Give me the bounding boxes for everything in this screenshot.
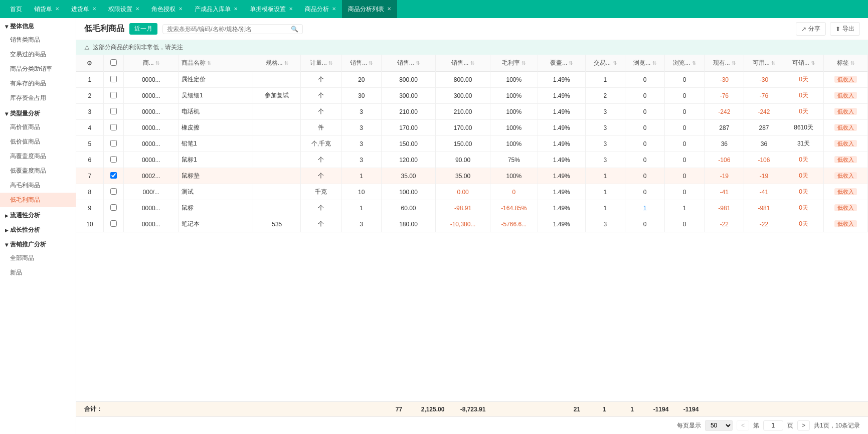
sidebar-group-overview[interactable]: ▾ 整体信息 — [0, 18, 76, 33]
col-spec[interactable]: 规格... ⇅ — [253, 55, 301, 72]
sidebar-item-high-coverage[interactable]: 高覆盖度商品 — [0, 149, 76, 164]
nav-item-template[interactable]: 单据模板设置 ✕ — [244, 0, 299, 18]
close-icon[interactable]: ✕ — [234, 0, 238, 18]
row-checkbox[interactable] — [103, 104, 124, 120]
row-salable: 31天 — [784, 136, 823, 152]
row-view1[interactable]: 1 — [625, 200, 664, 216]
search-input[interactable] — [167, 26, 289, 33]
row-checkbox[interactable] — [103, 88, 124, 104]
close-icon[interactable]: ✕ — [332, 0, 336, 18]
row-trade: 3 — [585, 104, 625, 120]
notice-bar: ⚠ 这部分商品的利润非常低，请关注 — [76, 40, 868, 55]
nav-item-purchase[interactable]: 进货单 ✕ — [65, 0, 102, 18]
date-filter-button[interactable]: 近一月 — [129, 23, 157, 35]
row-checkbox-input[interactable] — [110, 204, 117, 211]
row-sale-num: 3 — [341, 152, 381, 168]
sidebar-item-high-margin[interactable]: 高毛利商品 — [0, 178, 76, 193]
row-view1: 0 — [625, 168, 664, 184]
sidebar-item-low-margin[interactable]: 低毛利商品 — [0, 193, 76, 207]
col-sale-amount[interactable]: 销售... ⇅ — [436, 55, 490, 72]
chevron-down-icon: ▾ — [5, 110, 8, 117]
page-input[interactable] — [763, 420, 783, 430]
content-area: 低毛利商品 近一月 🔍 ↗ 分享 ⬆ 导出 ⚠ 这部分商品的利润非常低，请关注 — [76, 18, 868, 434]
close-icon[interactable]: ✕ — [135, 0, 139, 18]
prev-page-button[interactable]: < — [737, 420, 749, 430]
row-checkbox[interactable] — [103, 152, 124, 168]
col-view1[interactable]: 浏览... ⇅ — [625, 55, 664, 72]
row-gross-rate: 75% — [490, 152, 538, 168]
row-checkbox[interactable] — [103, 216, 124, 232]
sidebar-item-all-goods[interactable]: 全部商品 — [0, 251, 76, 265]
col-coverage[interactable]: 覆盖... ⇅ — [538, 55, 585, 72]
close-icon[interactable]: ✕ — [289, 0, 293, 18]
sidebar-item-new-goods[interactable]: 新品 — [0, 265, 76, 280]
select-all-checkbox[interactable] — [110, 59, 117, 66]
col-gross-rate[interactable]: 毛利率 ⇅ — [490, 55, 538, 72]
row-checkbox[interactable] — [103, 72, 124, 88]
sidebar-item-low-coverage[interactable]: 低覆盖度商品 — [0, 164, 76, 178]
sidebar-item-high-value[interactable]: 高价值商品 — [0, 120, 76, 134]
row-checkbox-input[interactable] — [110, 76, 117, 82]
col-sale-num[interactable]: 销售... ⇅ — [341, 55, 381, 72]
sidebar-item-sales-goods[interactable]: 销售类商品 — [0, 33, 76, 47]
col-tag[interactable]: 标签 ⇅ — [823, 55, 867, 72]
row-checkbox[interactable] — [103, 120, 124, 136]
nav-item-analysis[interactable]: 商品分析 ✕ — [299, 0, 342, 18]
row-checkbox-input[interactable] — [110, 124, 117, 130]
next-page-button[interactable]: > — [797, 420, 810, 430]
col-name[interactable]: 商品名称 ⇅ — [179, 55, 253, 72]
sidebar-item-category-rate[interactable]: 商品分类助销率 — [0, 62, 76, 76]
row-sale-price: 35.00 — [381, 168, 436, 184]
col-available[interactable]: 可用... ⇅ — [744, 55, 784, 72]
nav-item-role[interactable]: 角色授权 ✕ — [145, 0, 189, 18]
nav-item-permission[interactable]: 权限设置 ✕ — [102, 0, 145, 18]
search-icon[interactable]: 🔍 — [291, 26, 298, 33]
row-checkbox[interactable] — [103, 200, 124, 216]
row-checkbox-input[interactable] — [110, 172, 117, 179]
sidebar-item-traded-goods[interactable]: 交易过的商品 — [0, 47, 76, 62]
table-wrapper[interactable]: ⚙ 商... ⇅ 商品名称 ⇅ 规格... ⇅ 计量... ⇅ 销售... ⇅ … — [76, 55, 868, 401]
row-no: 5 — [76, 136, 103, 152]
nav-item-analysis-list[interactable]: 商品分析列表 ✕ — [342, 0, 397, 18]
col-code[interactable]: 商... ⇅ — [124, 55, 179, 72]
col-unit[interactable]: 计量... ⇅ — [301, 55, 341, 72]
sidebar-group-circulation[interactable]: ▸ 流通性分析 — [0, 207, 76, 222]
chevron-down-icon: ▾ — [5, 241, 8, 248]
close-icon[interactable]: ✕ — [55, 0, 59, 18]
sidebar-item-stock-goods[interactable]: 有库存的商品 — [0, 76, 76, 91]
share-button[interactable]: ↗ 分享 — [796, 22, 826, 36]
row-available: -22 — [744, 216, 784, 232]
row-checkbox[interactable] — [103, 168, 124, 184]
col-current[interactable]: 现有... ⇅ — [705, 55, 744, 72]
sidebar-item-low-value[interactable]: 低价值商品 — [0, 134, 76, 149]
col-salable[interactable]: 可销... ⇅ — [784, 55, 823, 72]
col-settings[interactable]: ⚙ — [76, 55, 103, 72]
per-page-label: 每页显示 — [677, 421, 701, 430]
row-checkbox-input[interactable] — [110, 156, 117, 163]
sidebar-item-stock-value[interactable]: 库存资金占用 — [0, 91, 76, 105]
close-icon[interactable]: ✕ — [387, 0, 391, 18]
close-icon[interactable]: ✕ — [179, 0, 183, 18]
col-trade[interactable]: 交易... ⇅ — [585, 55, 625, 72]
nav-item-home[interactable]: 首页 — [4, 0, 28, 18]
row-checkbox[interactable] — [103, 184, 124, 200]
row-checkbox-input[interactable] — [110, 92, 117, 98]
row-checkbox[interactable] — [103, 136, 124, 152]
nav-item-sales[interactable]: 销货单 ✕ — [28, 0, 65, 18]
row-checkbox-input[interactable] — [110, 108, 117, 114]
close-icon[interactable]: ✕ — [92, 0, 96, 18]
row-sale-num: 10 — [341, 184, 381, 200]
col-sale-price[interactable]: 销售... ⇅ — [381, 55, 436, 72]
col-checkbox[interactable] — [103, 55, 124, 72]
table-row: 6 0000... 鼠标1 个 3 120.00 90.00 75% 1.49%… — [76, 152, 868, 168]
row-checkbox-input[interactable] — [110, 188, 117, 195]
row-checkbox-input[interactable] — [110, 140, 117, 147]
export-button[interactable]: ⬆ 导出 — [830, 22, 860, 36]
row-checkbox-input[interactable] — [110, 220, 117, 227]
sidebar-group-type-analysis[interactable]: ▾ 类型量分析 — [0, 105, 76, 120]
nav-item-product-entry[interactable]: 产成品入库单 ✕ — [189, 0, 244, 18]
per-page-select[interactable]: 50 100 200 — [705, 420, 733, 431]
col-view2[interactable]: 浏览... ⇅ — [665, 55, 705, 72]
sidebar-group-growth[interactable]: ▸ 成长性分析 — [0, 222, 76, 236]
sidebar-group-marketing[interactable]: ▾ 营销推广分析 — [0, 236, 76, 251]
